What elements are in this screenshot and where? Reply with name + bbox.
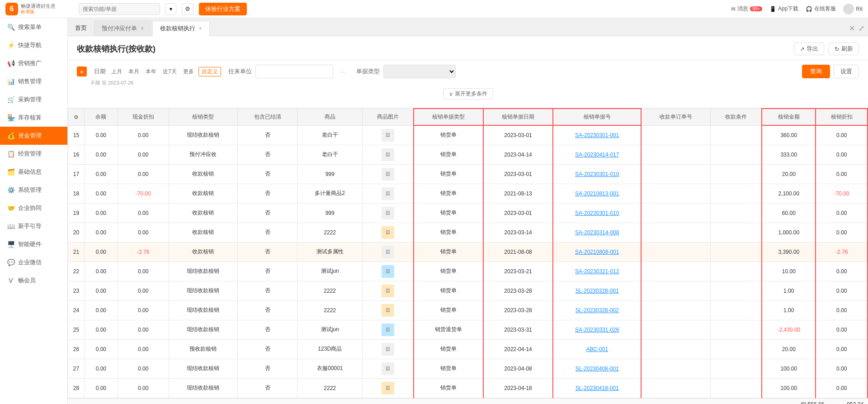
- cell-doc-date: 2023-04-14: [483, 145, 553, 164]
- date-this-year[interactable]: 本年: [144, 67, 158, 76]
- table-row: 16 0.00 0.00 预付冲应收 否 老白干 🖼 销货单 2023-04-1…: [68, 145, 868, 164]
- sidebar-item-智能硬件[interactable]: 🖥️智能硬件: [0, 235, 67, 253]
- date-last-month[interactable]: 上月: [109, 67, 124, 76]
- cell-condition: [711, 339, 762, 359]
- cell-receipt-order: [641, 145, 710, 164]
- cell-cash-discount: -70.00: [118, 184, 169, 203]
- tab-close-prepay[interactable]: ×: [141, 25, 144, 32]
- close-all-icon[interactable]: ✕: [849, 24, 855, 33]
- date-more[interactable]: 更多: [181, 67, 196, 76]
- col-settings[interactable]: ⚙: [68, 109, 85, 125]
- cell-condition: [711, 300, 762, 320]
- search-input[interactable]: [79, 3, 160, 15]
- industry-solution-button[interactable]: 休验行业方案: [199, 3, 247, 15]
- expand-conditions-button[interactable]: ∨ 展开更多条件: [443, 88, 493, 100]
- user-menu[interactable]: Rit: [843, 4, 863, 14]
- avatar: [843, 4, 854, 14]
- date-this-month[interactable]: 本月: [127, 67, 141, 76]
- sidebar-item-资金管理[interactable]: 💰资金管理: [0, 127, 67, 145]
- tab-prepay[interactable]: 预付冲应付单 ×: [94, 20, 151, 36]
- cell-doc-no[interactable]: SA-20230321-012: [553, 261, 641, 281]
- cell-receipt-order: [641, 242, 710, 261]
- collapse-btn[interactable]: »: [77, 67, 87, 76]
- tab-close-verify[interactable]: ×: [199, 25, 202, 32]
- cell-condition: [711, 378, 762, 398]
- table-row: 18 0.00 -70.00 收款核销 否 多计量商品2 🖼 销货单 2021-…: [68, 184, 868, 203]
- export-button[interactable]: ↗ 导出: [794, 43, 824, 55]
- cell-doc-date: 2023-03-14: [483, 223, 553, 242]
- cell-doc-no[interactable]: SL-20230328-001: [553, 281, 641, 300]
- sidebar-icon: 📖: [7, 223, 14, 230]
- sidebar-item-系统管理[interactable]: ⚙️系统管理: [0, 181, 67, 199]
- table-row: 17 0.00 0.00 收款核销 否 999 🖼 销货单 2023-03-01…: [68, 164, 868, 184]
- cell-doc-no[interactable]: SA-20210808-001: [553, 242, 641, 261]
- cell-amount: 333.00: [762, 145, 816, 164]
- cell-amount: 3,390.00: [762, 242, 816, 261]
- tab-verify[interactable]: 收款核销执行 ×: [152, 21, 210, 36]
- goods-thumbnail: 🖼: [382, 129, 394, 142]
- cell-doc-no[interactable]: SL-20230418-001: [553, 378, 641, 398]
- sidebar-item-基础信息[interactable]: 🗂️基础信息: [0, 163, 67, 181]
- from-unit-input[interactable]: [255, 65, 333, 78]
- cell-doc-no[interactable]: SA-20230301-010: [553, 164, 641, 184]
- cell-condition: [711, 184, 762, 203]
- cell-doc-no[interactable]: SA-20210813-001: [553, 184, 641, 203]
- sidebar-item-搜索菜单[interactable]: 🔍搜索菜单: [0, 18, 67, 36]
- sidebar-icon: 🗂️: [7, 168, 14, 176]
- message-button[interactable]: ✉ 消息 99+: [731, 5, 762, 13]
- online-service-button[interactable]: 🎧 在线客服: [806, 5, 836, 13]
- doc-type-select[interactable]: [383, 65, 456, 78]
- sidebar-item-企业微信[interactable]: 💬企业微信: [0, 253, 67, 271]
- col-discount: 核销折扣: [816, 109, 868, 125]
- cell-goods-img: 🖼: [362, 164, 414, 184]
- cell-cash-discount: 0.00: [118, 261, 169, 281]
- amount-total-label: 40,556,66...: [800, 401, 829, 404]
- sidebar-item-企业协同[interactable]: 🤝企业协同: [0, 199, 67, 217]
- tab-home[interactable]: 首页: [68, 20, 94, 36]
- cell-goods-img: 🖼: [362, 300, 414, 320]
- cell-doc-type: 销货单: [414, 281, 483, 300]
- date-7-days[interactable]: 近7天: [161, 67, 179, 76]
- cell-doc-no[interactable]: ABC-001: [553, 339, 641, 359]
- goods-thumbnail: 🖼: [382, 382, 394, 394]
- cell-doc-no[interactable]: SA-20230314-008: [553, 223, 641, 242]
- sidebar-label: 企业微信: [18, 258, 42, 266]
- cell-doc-no[interactable]: SL-20230408-001: [553, 359, 641, 378]
- cell-included: 否: [237, 164, 297, 184]
- sidebar-item-采购管理[interactable]: 🛒采购管理: [0, 90, 67, 109]
- sidebar-item-营销推广[interactable]: 📢营销推广: [0, 54, 67, 72]
- cell-condition: [711, 320, 762, 339]
- sidebar-icon: 🤝: [7, 204, 14, 212]
- dropdown-button[interactable]: ▾: [165, 3, 176, 15]
- cell-balance: 0.00: [85, 223, 118, 242]
- cell-goods-img: 🖼: [362, 242, 414, 261]
- query-button[interactable]: 查询: [802, 65, 830, 78]
- cell-doc-date: 2021-08-08: [483, 242, 553, 261]
- cell-doc-no[interactable]: SL-20230328-002: [553, 300, 641, 320]
- cell-discount: 0.00: [816, 339, 868, 359]
- sidebar-item-经营管理[interactable]: 📋经营管理: [0, 145, 67, 163]
- cell-doc-no[interactable]: SA-20230301-001: [553, 125, 641, 145]
- refresh-button[interactable]: ↻ 刷新: [829, 43, 859, 55]
- sidebar-item-畅会员[interactable]: V畅会员: [0, 271, 67, 290]
- cell-verify-type: 收款核销: [169, 164, 237, 184]
- cell-discount: 0.00: [816, 164, 868, 184]
- refresh-icon: ↻: [835, 46, 840, 52]
- sidebar-label: 新手引导: [18, 222, 42, 230]
- cell-goods: 2222: [297, 281, 363, 300]
- app-download-button[interactable]: 📱 App下载: [769, 5, 798, 13]
- cell-doc-no[interactable]: SA-20230301-010: [553, 203, 641, 223]
- filter-row-1: » 日期 上月 本月 本年 近7天 更多 自定义 往来单位 ···: [77, 65, 859, 78]
- cell-doc-type: 销货单: [414, 145, 483, 164]
- settings-button[interactable]: 设置: [834, 65, 859, 78]
- sidebar-item-快捷导航[interactable]: ⚡快捷导航: [0, 36, 67, 54]
- cell-doc-no[interactable]: SA-20230331-026: [553, 320, 641, 339]
- sidebar-item-新手引导[interactable]: 📖新手引导: [0, 217, 67, 235]
- cell-cash-discount: 0.00: [118, 223, 169, 242]
- expand-icon[interactable]: ⤢: [859, 24, 864, 33]
- gear-icon[interactable]: ⚙: [182, 3, 193, 15]
- sidebar-item-库存核算[interactable]: 🏪库存核算: [0, 109, 67, 127]
- sidebar-item-销售管理[interactable]: 📊销售管理: [0, 72, 67, 90]
- cell-doc-no[interactable]: SA-20230414-017: [553, 145, 641, 164]
- date-custom[interactable]: 自定义: [198, 67, 221, 76]
